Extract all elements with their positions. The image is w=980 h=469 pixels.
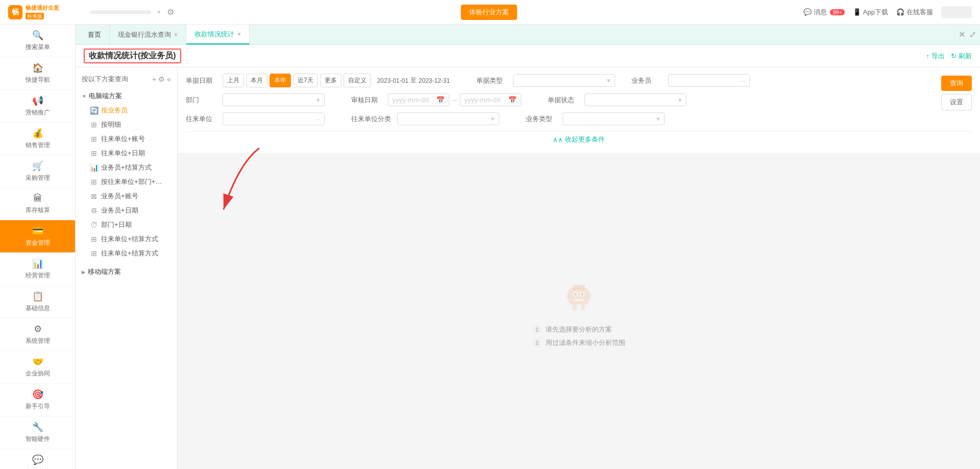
tree-item-counterpart-date[interactable]: ⊞ 往来单位+日期 (76, 146, 177, 160)
tree-mobile-section: ▶ 移动端方案 (76, 263, 177, 281)
date-btn-this-year[interactable]: 本年 (270, 74, 291, 87)
tree-item-salesman-account[interactable]: ⊠ 业务员+账号 (76, 189, 177, 203)
sidebar-item-hardware[interactable]: 🔧 智能硬件 (0, 416, 75, 449)
counterpart-type-dropdown[interactable]: ▾ (397, 112, 499, 125)
date-btn-custom[interactable]: 自定义 (344, 74, 371, 87)
query-button[interactable]: 查询 (941, 76, 972, 91)
sidebar-item-system[interactable]: ⚙ 系统管理 (0, 318, 75, 351)
date-from: 2023-01-01 (377, 77, 408, 84)
app-download-btn[interactable]: 📱 App下载 (853, 8, 888, 17)
step-1-text: 请先选择要分析的方案 (546, 325, 612, 334)
sidebar-item-finance[interactable]: 💳 资金管理 (0, 220, 75, 253)
salesman-scheme-icon: 🔄 (90, 106, 98, 114)
page-title: 收款情况统计(按业务员) (84, 49, 181, 63)
doc-status-label: 单据状态 (548, 96, 578, 105)
doc-type-label: 单据类型 (476, 76, 507, 85)
doc-type-dropdown[interactable]: ▾ (513, 74, 615, 87)
sidebar-item-marketing[interactable]: 📢 营销推广 (0, 90, 75, 123)
finance-icon: 💳 (32, 225, 43, 237)
collapse-more-btn[interactable]: ∧∧ 收起更多条件 (186, 131, 972, 147)
refresh-btn[interactable]: ↻ 刷新 (951, 52, 972, 61)
settings-button[interactable]: 设置 (941, 94, 972, 110)
salesman-date-icon: ⚙ (90, 206, 98, 215)
sidebar-item-operations[interactable]: 📊 经营管理 (0, 253, 75, 286)
empty-state: 1 请先选择要分析的方案 2 用过滤条件来缩小分析范围 (532, 245, 625, 378)
svg-rect-10 (581, 304, 585, 310)
doc-type-chevron: ▾ (607, 77, 610, 84)
sidebar-item-basic-info[interactable]: 📋 基础信息 (0, 286, 75, 318)
export-btn[interactable]: ↑ 导出 (926, 52, 945, 61)
date-range-display: 2023-01-01 至 2023-12-31 (377, 76, 450, 85)
date-label: 单据日期 (186, 76, 216, 85)
step-1-num: 1 (532, 325, 542, 334)
search-icon: 🔍 (32, 30, 43, 41)
messages-btn[interactable]: 💬 消息 99+ (803, 8, 845, 17)
sidebar-item-sales[interactable]: 💰 销售管理 (0, 123, 75, 155)
sidebar-item-quick-nav[interactable]: 🏠 快捷导航 (0, 57, 75, 90)
date-btn-more[interactable]: 更多 (320, 74, 341, 87)
online-service-btn[interactable]: 🎧 在线客服 (896, 8, 933, 17)
date-btn-last-7[interactable]: 近7天 (293, 74, 318, 87)
tree-mobile-header[interactable]: ▶ 移动端方案 (76, 265, 177, 279)
sidebar-item-beginner[interactable]: 🎯 新手引导 (0, 384, 75, 416)
business-type-chevron: ▾ (656, 115, 660, 123)
tree-item-by-detail[interactable]: ⊞ 按明细 (76, 118, 177, 132)
doc-status-chevron: ▾ (678, 96, 682, 104)
tree-mobile-arrow: ▶ (82, 269, 86, 275)
tree-desktop-header[interactable]: ▼ 电脑端方案 (76, 89, 177, 103)
approval-date-to[interactable]: yyyy-mm-dd 📅 (460, 93, 521, 106)
tree-item-dept-date-label: 部门+日期 (101, 220, 132, 229)
panel-collapse-btn[interactable]: « (167, 75, 171, 83)
salesman-dropdown[interactable]: ··· (668, 74, 750, 87)
counterpart-field[interactable]: ··· (223, 112, 325, 125)
sidebar-item-purchase[interactable]: 🛒 采购管理 (0, 155, 75, 188)
tab-bank-flow[interactable]: 现金银行流水查询 × (110, 25, 186, 44)
tab-bar: 首页 现金银行流水查询 × 收款情况统计 × ✕ ⤢ (76, 25, 980, 45)
tab-home[interactable]: 首页 (80, 25, 110, 44)
tree-desktop-arrow: ▼ (82, 93, 87, 99)
filter-row-dept: 部门 ▾ 审核日期 yyyy-mm-dd 📅 (186, 93, 972, 106)
tab-bar-close-all[interactable]: ✕ (959, 30, 965, 39)
tab-bar-expand[interactable]: ⤢ (969, 30, 976, 39)
app-name: 畅捷通好生意 (26, 4, 59, 12)
salesman-account-icon: ⊠ (90, 192, 98, 200)
dept-dropdown[interactable]: ▾ (223, 93, 325, 106)
sidebar-item-search[interactable]: 🔍 搜索菜单 (0, 25, 75, 57)
sidebar-item-enterprise[interactable]: 🤝 企业协同 (0, 351, 75, 384)
tree-item-counterpart-dept[interactable]: ⊞ 按往来单位+部门+收... (76, 175, 177, 189)
tree-mobile-label: 移动端方案 (88, 267, 121, 276)
sidebar-item-wechat[interactable]: 💬 企业微信 (0, 449, 75, 469)
business-type-dropdown[interactable]: ▾ (562, 112, 665, 125)
tree-item-salesman-date-label: 业务员+日期 (101, 206, 138, 215)
tree-item-salesman-settle[interactable]: 📊 业务员+结算方式 (76, 160, 177, 175)
tab-collection-stats[interactable]: 收款情况统计 × (186, 25, 250, 44)
user-avatar-area[interactable] (941, 6, 972, 18)
step-2-num: 2 (532, 338, 542, 347)
date-btn-this-month[interactable]: 本月 (246, 74, 267, 87)
tree-item-by-salesman-label: 按业务员 (101, 106, 128, 115)
page-actions: ↑ 导出 ↻ 刷新 (926, 52, 972, 61)
sidebar-item-search-label: 搜索菜单 (26, 43, 50, 52)
tree-item-counterpart-account[interactable]: ⊞ 往来单位+账号 (76, 132, 177, 146)
system-icon: ⚙ (34, 323, 42, 335)
tab-collection-stats-close[interactable]: × (237, 31, 241, 38)
tree-item-dept-date[interactable]: ⏱ 部门+日期 (76, 218, 177, 232)
tree-item-salesman-date[interactable]: ⚙ 业务员+日期 (76, 203, 177, 218)
date-btn-last-month[interactable]: 上月 (223, 74, 244, 87)
add-scheme-btn[interactable]: + (152, 75, 156, 83)
top-settings-icon[interactable]: ⚙ (167, 7, 174, 17)
approval-date-from[interactable]: yyyy-mm-dd 📅 (388, 93, 449, 106)
tree-item-counterpart-settle2[interactable]: ⊞ 往来单位+结算方式 (76, 246, 177, 261)
trial-button[interactable]: 体验行业方案 (461, 5, 517, 20)
doc-status-dropdown[interactable]: ▾ (584, 93, 687, 106)
counterpart-settle2-icon: ⊞ (90, 249, 98, 257)
tab-bank-flow-label: 现金银行流水查询 (118, 30, 171, 39)
counterpart-dept-icon: ⊞ (90, 178, 98, 186)
tree-item-by-salesman[interactable]: 🔄 按业务员 (76, 103, 177, 118)
tab-bank-flow-close[interactable]: × (174, 31, 178, 38)
tree-item-counterpart-settle1[interactable]: ⊞ 往来单位+结算方式 (76, 232, 177, 246)
scheme-settings-btn[interactable]: ⚙ (158, 75, 165, 83)
quick-nav-icon: 🏠 (32, 62, 43, 74)
sidebar-item-inventory[interactable]: 🏛 库存核算 (0, 188, 75, 220)
service-icon: 🎧 (896, 8, 904, 16)
